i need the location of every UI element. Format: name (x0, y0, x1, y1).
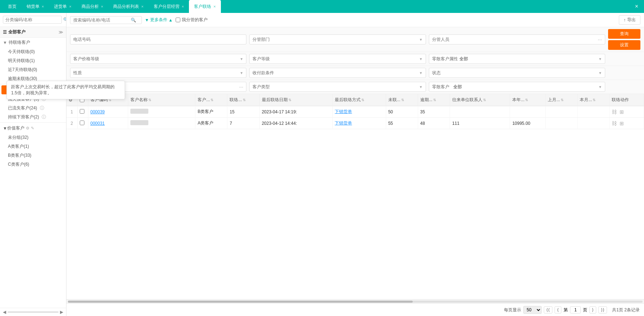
data-table: ⚙ 客户编码 ⇅ 客户名称 (66, 94, 644, 129)
sidebar-item-c-class[interactable]: C类客户(6) (0, 160, 66, 169)
phone-filter[interactable]: 电话号码 (70, 34, 246, 44)
retail-customer-filter[interactable]: 零散客户 全部 ▼ (429, 82, 605, 92)
nav-product-analysis-list[interactable]: 商品分析列表 × (108, 0, 148, 13)
sidebar-collapse-icon[interactable]: ≫ (59, 30, 63, 35)
settings-icon-small[interactable]: ⚙ (26, 126, 29, 131)
last-page-button[interactable]: ⟩⟩ (598, 306, 607, 313)
link-icon-1[interactable]: ⛓ (612, 109, 617, 115)
pagination-bar: 每页显示 50 100 200 ⟨⟨ ⟨ 第 页 ⟩ ⟩⟩ 共1页 2条记录 (66, 303, 644, 316)
sort-icon-date[interactable]: ⇅ (288, 98, 291, 102)
export-button[interactable]: ↑ 导出 (619, 15, 640, 25)
settings-button[interactable]: 设置 (608, 40, 640, 50)
nav-customer-contact[interactable]: 客户联络 × (189, 0, 221, 13)
row-last-method-2[interactable]: 下销货单 (333, 118, 386, 129)
sidebar-item-tomorrow-contact[interactable]: 明天待联络(1) (0, 56, 66, 65)
edit-icon-small[interactable]: ✎ (31, 126, 34, 131)
my-customers-check[interactable] (176, 18, 180, 22)
sort-icon-person[interactable]: ⇅ (483, 98, 486, 102)
sort-icon-this-month[interactable]: ⇅ (593, 98, 596, 102)
nav-product-analysis[interactable]: 商品分析 × (77, 0, 108, 13)
row-overdue-2: 48 (418, 118, 450, 129)
retail-attr-filter[interactable]: 零散客户属性 全部 ▼ (429, 54, 605, 64)
sidebar-value-clients-header[interactable]: ▼ 价值客户 ⚙ ✎ (0, 123, 66, 133)
sidebar-item-b-class[interactable]: B类客户(33) (0, 151, 66, 160)
horizontal-scrollbar[interactable] (66, 299, 644, 303)
row-last-month-1 (546, 106, 578, 118)
close-purchase-order-icon[interactable]: × (69, 4, 71, 9)
person-filter[interactable]: 分管人员 ··· (429, 34, 605, 44)
sidebar-section-pending[interactable]: ▼ 待联络客户 (0, 38, 66, 47)
scrollbar-thumb[interactable] (68, 301, 413, 303)
prev-page-button[interactable]: ⟨ (555, 306, 561, 313)
more-conditions-button[interactable]: ▼ 更多条件 ▲ (145, 17, 173, 23)
scrollbar-track[interactable] (68, 301, 643, 303)
row-last-date-1: 2023-04-17 14:19: (259, 106, 332, 118)
row-name-1[interactable] (128, 106, 195, 118)
sidebar-item-declining[interactable]: 持续下滑客户(2) ⓘ (0, 113, 66, 122)
link-icon-2[interactable]: ⛓ (612, 121, 617, 126)
nav-purchase-order[interactable]: 进货单 × (49, 0, 76, 13)
row-checkbox-2[interactable] (77, 118, 88, 129)
row-name-2[interactable] (128, 118, 195, 129)
row-2-checkbox[interactable] (80, 121, 84, 125)
search-icon[interactable]: 🔍 (131, 18, 136, 23)
status-filter[interactable]: 状态 ▼ (429, 68, 605, 78)
sidebar-item-today-contact[interactable]: 今天待联络(0) (0, 47, 66, 56)
price-level-filter[interactable]: 客户价格等级 ▼ (70, 54, 246, 64)
dept-filter[interactable]: 分管部门 ▼ (249, 34, 426, 44)
sort-icon-this-year[interactable]: ⇅ (525, 98, 528, 102)
close-sales-order-icon[interactable]: × (42, 4, 44, 9)
row-checkbox-1[interactable] (77, 106, 88, 118)
close-product-analysis-list-icon[interactable]: × (141, 4, 143, 9)
th-actions: 联络动作 (610, 94, 644, 106)
page-input[interactable] (570, 306, 581, 313)
nav-sales-order[interactable]: 销货单 × (22, 0, 49, 13)
grid-icon-1[interactable]: ⊞ (620, 109, 624, 115)
my-customers-checkbox[interactable]: 我分管的客户 (176, 17, 208, 23)
grid-icon-2[interactable]: ⊞ (620, 121, 624, 126)
level-filter[interactable]: 客户等级 ▼ (249, 54, 426, 64)
close-product-analysis-icon[interactable]: × (101, 4, 103, 9)
row-last-method-1[interactable]: 下销货单 (333, 106, 386, 118)
sort-icon-method[interactable]: ⇅ (361, 98, 364, 102)
close-customer-tier-icon[interactable]: × (182, 4, 184, 9)
sidebar-search-input[interactable] (3, 16, 62, 24)
sort-icon-overdue[interactable]: ⇅ (433, 98, 436, 102)
close-customer-contact-icon[interactable]: × (213, 4, 216, 9)
nav-home[interactable]: 首页 (3, 0, 22, 13)
sidebar-item-ungrouped[interactable]: 未分组(32) (0, 133, 66, 142)
per-page-select[interactable]: 50 100 200 (523, 306, 542, 314)
sidebar-item-7days-contact[interactable]: 近7天待联络(0) (0, 65, 66, 74)
sidebar-prev-icon[interactable]: ◀ (3, 310, 6, 315)
sidebar-item-churned[interactable]: 已流失客户(24) ⓘ (0, 104, 66, 113)
sort-icon-name[interactable]: ⇅ (148, 98, 151, 102)
payment-filter[interactable]: 收付款条件 ▼ (249, 68, 426, 78)
row-code-2[interactable]: 000031 (88, 118, 128, 129)
sidebar-search-icon[interactable]: 🔍 (63, 17, 66, 22)
content-area: 🔍 ▼ 更多条件 ▲ 我分管的客户 ↑ 导出 电话号码 (66, 13, 644, 316)
row-this-month-2 (578, 118, 610, 129)
window-close-button[interactable]: × (632, 3, 641, 10)
next-page-button[interactable]: ⟩ (589, 306, 596, 313)
more-dots-icon[interactable]: ··· (239, 84, 244, 90)
gender-filter[interactable]: 性质 ▼ (70, 68, 246, 78)
payment-dropdown-icon: ▼ (419, 71, 423, 75)
query-button[interactable]: 查询 (608, 29, 640, 39)
customer-type-filter[interactable]: 客户类型 ▼ (249, 82, 426, 92)
th-customer-name: 客户名称 ⇅ (128, 94, 195, 106)
first-page-button[interactable]: ⟨⟨ (544, 306, 552, 313)
sort-icon-type[interactable]: ⇅ (210, 98, 213, 102)
row-1-checkbox[interactable] (80, 109, 84, 114)
person-dots-icon[interactable]: ··· (598, 37, 602, 42)
row-num-2: 2 (66, 118, 77, 129)
chevron-up-icon: ▲ (168, 18, 173, 23)
sidebar-all-customers-header[interactable]: ☰ 全部客户 ≫ (0, 27, 66, 38)
sort-icon-last-month[interactable]: ⇅ (561, 98, 564, 102)
search-input[interactable] (73, 18, 131, 23)
sidebar-item-a-class[interactable]: A类客户(1) (0, 142, 66, 151)
row-code-1[interactable]: 000039 (88, 106, 128, 118)
nav-customer-tier[interactable]: 客户分层经营 × (149, 0, 189, 13)
sidebar-next-icon[interactable]: ▶ (60, 310, 63, 315)
sort-icon-uncontacted[interactable]: ⇅ (401, 98, 404, 102)
sort-icon-contact[interactable]: ⇅ (243, 98, 246, 102)
